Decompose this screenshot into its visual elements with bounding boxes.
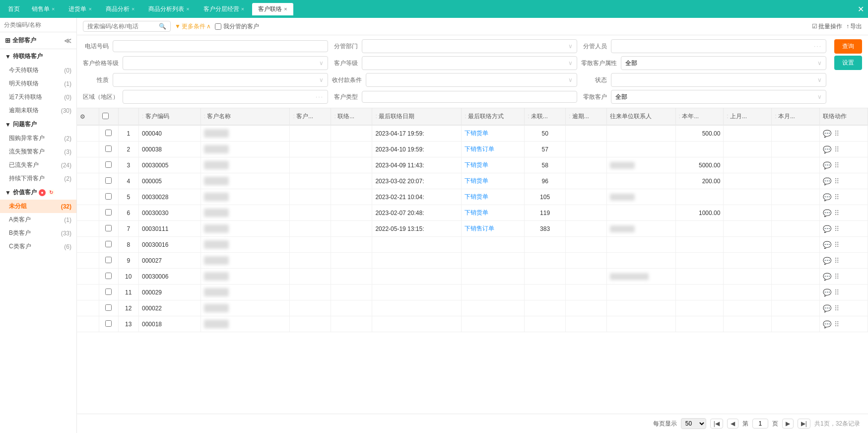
sidebar-search-input[interactable] <box>4 21 77 28</box>
tomorrow-pending-item[interactable]: 明天待联络 (1) <box>0 77 76 90</box>
row-checkbox[interactable] <box>105 145 112 152</box>
row-checkbox[interactable] <box>105 273 112 279</box>
global-close-icon[interactable]: ✕ <box>858 4 864 14</box>
chat-icon[interactable]: 💬 <box>823 304 831 312</box>
row-last-method[interactable]: 下销货单 <box>462 157 525 173</box>
row-checkbox-cell[interactable] <box>99 157 118 173</box>
row-action[interactable]: 💬 ⠿ <box>820 189 868 205</box>
product-analysis-close-icon[interactable]: × <box>132 6 134 12</box>
status-dropdown[interactable]: ∨ <box>611 73 826 87</box>
more-icon[interactable]: ⠿ <box>834 130 839 138</box>
price-level-dropdown[interactable]: ∨ <box>123 56 328 70</box>
more-icon[interactable]: ⠿ <box>834 273 839 281</box>
row-checkbox[interactable] <box>105 225 112 231</box>
row-checkbox-cell[interactable] <box>99 125 118 142</box>
abnormal-purchase-item[interactable]: 囤购异常客户 (2) <box>0 132 76 145</box>
row-action[interactable]: 💬 ⠿ <box>820 205 868 221</box>
row-checkbox-cell[interactable] <box>99 221 118 237</box>
chat-icon[interactable]: 💬 <box>823 130 831 138</box>
all-customers-item[interactable]: ⊞ 全部客户 ≪ <box>0 32 76 49</box>
row-checkbox[interactable] <box>105 209 112 216</box>
region-input[interactable]: ··· <box>123 90 328 104</box>
more-icon[interactable]: ⠿ <box>834 289 839 296</box>
name-column-header[interactable]: : 客户名称 <box>200 108 290 125</box>
row-checkbox-cell[interactable] <box>99 142 118 157</box>
row-checkbox-cell[interactable] <box>99 237 118 253</box>
row-checkbox[interactable] <box>105 289 112 295</box>
week-pending-item[interactable]: 近7天待联络 (0) <box>0 90 76 104</box>
my-customers-check[interactable] <box>215 23 221 30</box>
chat-icon[interactable]: 💬 <box>823 241 831 249</box>
chat-icon[interactable]: 💬 <box>823 161 831 169</box>
row-checkbox-cell[interactable] <box>99 300 118 316</box>
first-page-btn[interactable]: |◀ <box>710 419 723 429</box>
purchase-order-close-icon[interactable]: × <box>88 6 91 12</box>
row-checkbox[interactable] <box>105 177 112 184</box>
row-checkbox[interactable] <box>105 320 112 327</box>
row-last-method[interactable] <box>462 285 525 300</box>
this-year-column-header[interactable]: : 本年... <box>675 108 724 125</box>
more-icon[interactable]: ⠿ <box>834 209 839 217</box>
product-analysis-list-tab[interactable]: 商品分析列表 × <box>142 3 195 15</box>
home-tab[interactable]: 首页 <box>4 3 24 15</box>
value-refresh-icon[interactable]: ↻ <box>48 190 55 195</box>
more-icon[interactable]: ⠿ <box>834 320 839 328</box>
pending-contact-section[interactable]: ▼ 待联络客户 <box>0 49 76 64</box>
row-last-method[interactable]: 下销货单 <box>462 125 525 142</box>
more-conditions-btn[interactable]: ▼ 更多条件 ∧ <box>175 22 211 31</box>
more-icon[interactable]: ⠿ <box>834 241 839 249</box>
overdue-column-header[interactable]: : 逾期... <box>566 108 607 125</box>
row-action[interactable]: 💬 ⠿ <box>820 237 868 253</box>
overdue-pending-item[interactable]: 逾期未联络 (30) <box>0 104 76 117</box>
query-button[interactable]: 查询 <box>834 39 862 54</box>
row-checkbox-cell[interactable] <box>99 269 118 285</box>
row-last-method[interactable] <box>462 253 525 269</box>
row-action[interactable]: 💬 ⠿ <box>820 173 868 189</box>
retail-attr-dropdown[interactable]: 全部 ∨ <box>621 56 826 70</box>
ungrouped-item[interactable]: 未分组 (32) <box>0 200 76 213</box>
value-customers-section[interactable]: ▼ 价值客户 ● ↻ <box>0 185 76 200</box>
sidebar-collapse-icon[interactable]: ≪ <box>64 37 71 45</box>
more-icon[interactable]: ⠿ <box>834 177 839 185</box>
manager-input[interactable]: ··· <box>611 39 826 53</box>
reset-button[interactable]: 设置 <box>834 56 862 70</box>
prev-page-btn[interactable]: ◀ <box>727 419 738 429</box>
row-checkbox[interactable] <box>105 257 112 263</box>
class-a-item[interactable]: A类客户 (1) <box>0 213 76 226</box>
dept-dropdown[interactable]: ∨ <box>362 39 577 53</box>
product-analysis-tab[interactable]: 商品分析 × <box>100 3 140 15</box>
churned-item[interactable]: 已流失客户 (24) <box>0 158 76 172</box>
declining-item[interactable]: 持续下滑客户 (2) <box>0 172 76 185</box>
more-icon[interactable]: ⠿ <box>834 145 839 153</box>
row-checkbox[interactable] <box>105 161 112 168</box>
class-b-item[interactable]: B类客户 (33) <box>0 226 76 240</box>
uncontacted-column-header[interactable]: : 未联... <box>525 108 566 125</box>
last-page-btn[interactable]: ▶| <box>798 419 810 429</box>
customer-level-dropdown[interactable]: ∨ <box>362 56 577 70</box>
row-last-method[interactable] <box>462 300 525 316</box>
row-checkbox-cell[interactable] <box>99 316 118 332</box>
customer-type-input[interactable] <box>362 91 577 103</box>
customer-tier-tab[interactable]: 客户分层经营 × <box>198 3 250 15</box>
row-last-method[interactable]: 下销售订单 <box>462 221 525 237</box>
sales-order-close-icon[interactable]: × <box>52 6 55 12</box>
contact-column-header[interactable]: : 联络... <box>331 108 372 125</box>
row-checkbox-cell[interactable] <box>99 285 118 300</box>
main-search-box[interactable]: 🔍 <box>83 21 171 32</box>
chat-icon[interactable]: 💬 <box>823 289 831 296</box>
row-action[interactable]: 💬 ⠿ <box>820 300 868 316</box>
phone-input[interactable] <box>113 40 328 52</box>
more-icon[interactable]: ⠿ <box>834 304 839 312</box>
row-checkbox[interactable] <box>105 130 112 136</box>
row-action[interactable]: 💬 ⠿ <box>820 157 868 173</box>
more-icon[interactable]: ⠿ <box>834 161 839 169</box>
row-last-method[interactable] <box>462 269 525 285</box>
class-c-item[interactable]: C类客户 (6) <box>0 240 76 253</box>
last-method-column-header[interactable]: : 最后联络方式 <box>462 108 525 125</box>
chat-icon[interactable]: 💬 <box>823 257 831 265</box>
sales-order-tab[interactable]: 销售单 × <box>26 3 61 15</box>
batch-operation-btn[interactable]: ☑ 批量操作 <box>812 22 842 31</box>
row-checkbox[interactable] <box>105 241 112 247</box>
chat-icon[interactable]: 💬 <box>823 177 831 185</box>
main-search-input[interactable] <box>87 23 157 30</box>
